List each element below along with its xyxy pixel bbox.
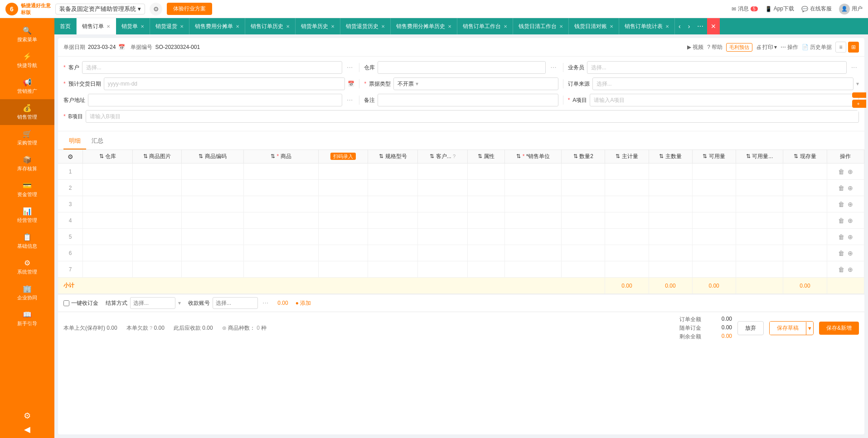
calendar-icon[interactable]: 📅 (118, 44, 125, 50)
row-code[interactable] (181, 229, 243, 245)
tab-close-icon[interactable]: ✕ (448, 24, 451, 29)
order-source-input[interactable] (592, 77, 853, 90)
row-main-qty[interactable] (649, 196, 692, 212)
add-btn[interactable]: ● 添加 (296, 299, 311, 307)
row-qty2[interactable] (562, 245, 605, 261)
tab-sales-order[interactable]: 销售订单 ✕ (77, 18, 116, 34)
tab-summary[interactable]: 汇总 (86, 133, 109, 149)
row-code[interactable] (181, 164, 243, 180)
row-attr[interactable] (468, 229, 505, 245)
row-qty2[interactable] (562, 229, 605, 245)
salesperson-input[interactable] (587, 61, 847, 74)
tab-expense-history[interactable]: 销售费用分摊单历史 ✕ (391, 18, 457, 34)
customer-address-input[interactable] (88, 94, 342, 106)
account-input[interactable] (213, 297, 258, 309)
row-main-qty[interactable] (649, 245, 692, 261)
sidebar-collapse-btn[interactable]: ◀ (24, 424, 30, 434)
warehouse-expand-btn[interactable]: ··· (548, 63, 558, 72)
tab-workbench[interactable]: 销售订单工作台 ✕ (457, 18, 513, 34)
row-customer-code[interactable] (418, 245, 468, 261)
tab-close-icon[interactable]: ✕ (331, 24, 335, 29)
quick-order-checkbox[interactable]: 一键收订金 (63, 299, 98, 307)
row-copy-btn[interactable]: ⊕ (847, 183, 854, 193)
row-code[interactable] (181, 245, 243, 261)
row-product[interactable] (243, 180, 318, 196)
grid-view-btn[interactable]: ⊞ (848, 42, 859, 53)
row-qty2[interactable] (562, 164, 605, 180)
row-main-unit[interactable] (605, 245, 649, 261)
row-main-unit[interactable] (605, 196, 649, 212)
account-expand-btn[interactable]: ··· (261, 299, 270, 307)
row-customer-code[interactable] (418, 229, 468, 245)
row-main-qty[interactable] (649, 261, 692, 278)
row-main-unit[interactable] (605, 212, 649, 229)
th-settings[interactable]: ⚙ (58, 150, 83, 164)
message-btn[interactable]: ✉ 消息 5 (732, 5, 758, 13)
row-warehouse[interactable] (83, 245, 133, 261)
b-project-input[interactable] (86, 110, 859, 123)
tab-expense-split[interactable]: 销售费用分摊单 ✕ (189, 18, 245, 34)
tab-close-icon[interactable]: ✕ (236, 24, 239, 29)
row-attr[interactable] (468, 164, 505, 180)
tab-more-btn[interactable]: ⋯ (693, 18, 707, 34)
sidebar-item-purchase[interactable]: 🛒 采购管理 (0, 125, 54, 151)
row-unit[interactable] (505, 245, 562, 261)
tab-detail[interactable]: 明细 (63, 133, 86, 149)
row-attr[interactable] (468, 261, 505, 278)
row-attr[interactable] (468, 245, 505, 261)
row-delete-btn[interactable]: 🗑 (837, 200, 845, 209)
row-delete-btn[interactable]: 🗑 (837, 183, 845, 193)
row-img[interactable] (133, 196, 182, 212)
tab-close-icon[interactable]: ✕ (107, 24, 110, 29)
row-attr[interactable] (468, 212, 505, 229)
row-copy-btn[interactable]: ⊕ (847, 216, 854, 225)
online-service-btn[interactable]: 💬 在线客服 (801, 5, 832, 13)
row-img[interactable] (133, 180, 182, 196)
row-delete-btn[interactable]: 🗑 (837, 216, 845, 225)
tab-prev-btn[interactable]: ‹ (675, 18, 684, 34)
row-product[interactable] (243, 196, 318, 212)
sidebar-item-finance[interactable]: 💳 资金管理 (0, 177, 54, 202)
tab-sales-history[interactable]: 销货单历史 ✕ (296, 18, 340, 34)
warehouse-input[interactable]: 成品库 (378, 61, 546, 74)
row-spec[interactable] (368, 196, 418, 212)
row-customer-code[interactable] (418, 164, 468, 180)
row-product[interactable] (243, 229, 318, 245)
row-copy-btn[interactable]: ⊕ (847, 232, 854, 241)
tab-close-icon[interactable]: ✕ (559, 24, 563, 29)
row-customer-code[interactable] (418, 180, 468, 196)
row-spec[interactable] (368, 245, 418, 261)
row-spec[interactable] (368, 261, 418, 278)
save-draft-button[interactable]: 保存草稿 (770, 322, 806, 335)
row-img[interactable] (133, 212, 182, 229)
invoice-type-select[interactable]: 不开票 ▾ (393, 77, 558, 90)
add-product-side-btn[interactable]: + 物料 (852, 100, 864, 108)
row-spec[interactable] (368, 164, 418, 180)
row-unit[interactable] (505, 196, 562, 212)
row-code[interactable] (181, 212, 243, 229)
row-attr[interactable] (468, 180, 505, 196)
row-qty2[interactable] (562, 180, 605, 196)
table-settings-icon[interactable]: ⚙ (68, 153, 73, 160)
row-code[interactable] (181, 196, 243, 212)
row-warehouse[interactable] (83, 196, 133, 212)
sidebar-item-base-info[interactable]: 📋 基础信息 (0, 228, 54, 254)
row-delete-btn[interactable]: 🗑 (837, 167, 845, 176)
delivery-date-input[interactable] (104, 77, 345, 90)
row-img[interactable] (133, 164, 182, 180)
row-delete-btn[interactable]: 🗑 (837, 232, 845, 241)
row-warehouse[interactable] (83, 212, 133, 229)
sidebar-item-sales[interactable]: 💰 销售管理 (0, 99, 54, 125)
sidebar-item-guide[interactable]: 📖 新手引导 (0, 306, 54, 332)
sidebar-item-inventory[interactable]: 📦 库存核算 (0, 151, 54, 177)
row-unit[interactable] (505, 229, 562, 245)
profit-btn[interactable]: 毛利预估 (726, 43, 752, 52)
view-btn[interactable]: ▶ 视频 (687, 43, 703, 51)
row-warehouse[interactable] (83, 164, 133, 180)
row-delete-btn[interactable]: 🗑 (837, 265, 845, 274)
row-main-unit[interactable] (605, 180, 649, 196)
row-main-qty[interactable] (649, 212, 692, 229)
row-unit[interactable] (505, 180, 562, 196)
row-qty2[interactable] (562, 212, 605, 229)
sidebar-item-operations[interactable]: 📊 经营管理 (0, 202, 54, 228)
